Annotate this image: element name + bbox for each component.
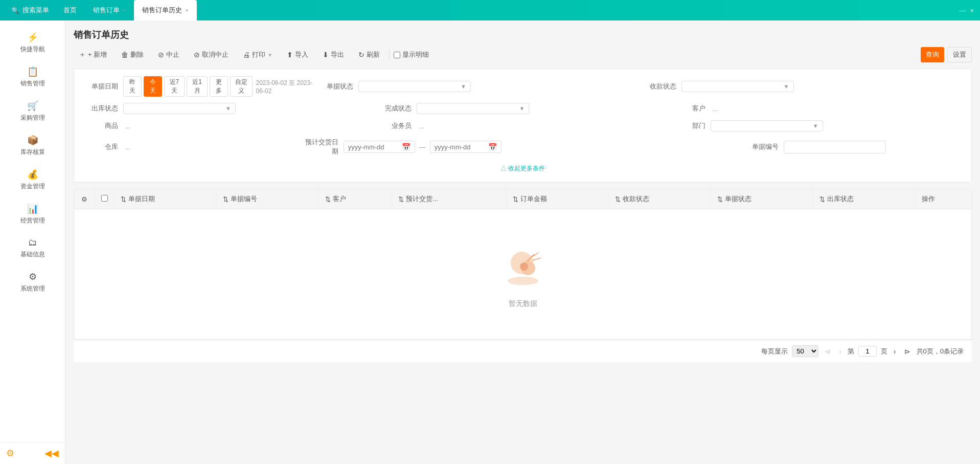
filter-row-1: 单据日期 昨天 今天 近7天 近1月 更多 自定义 2023-06-02 至 2… [82,76,963,97]
th-checkbox[interactable] [95,189,114,209]
window-minimize-button[interactable]: — [959,7,966,14]
export-button[interactable]: ⬇ 导出 [317,48,349,62]
warehouse-field[interactable]: ... [125,143,131,151]
page-suffix: 页 [881,347,887,356]
th-date[interactable]: ⇅ 单据日期 [114,189,216,209]
settings-icon[interactable]: ⚙ [6,448,14,459]
date-custom-btn[interactable]: 自定义 [230,76,253,97]
cancel-stop-icon: ⊘ [194,51,200,59]
receipt-status-select[interactable]: ▼ [681,81,794,92]
sidebar-item-purchase-mgmt[interactable]: 🛒 采购管理 [0,94,65,128]
tab-sales-order-history-close[interactable]: × [185,7,188,13]
delivery-date-start-input[interactable]: 📅 [344,141,415,153]
print-button[interactable]: 🖨 打印 ▼ [238,48,278,62]
base-info-icon: 🗂 [28,237,37,248]
delivery-date-end-calendar-icon[interactable]: 📅 [488,143,497,151]
select-all-checkbox[interactable] [101,195,108,202]
th-settings[interactable]: ⚙ [74,189,95,209]
toolbar: ＋ + 新增 🗑 删除 ⊘ 中止 ⊘ 取消中止 🖨 打印 ▼ ⬆ [74,47,972,62]
tab-sales-order-close[interactable]: × [123,7,126,13]
delete-button[interactable]: 🗑 删除 [116,48,149,62]
sidebar-item-sales-mgmt[interactable]: 📋 销售管理 [0,60,65,94]
export-icon: ⬇ [323,51,329,59]
warehouse-label: 仓库 [82,142,123,151]
system-mgmt-icon: ⚙ [29,271,37,282]
complete-status-select[interactable]: ▼ [417,103,529,114]
sidebar-item-label: 快捷导航 [20,45,45,54]
tab-sales-order-history[interactable]: 销售订单历史 × [134,0,196,20]
cancel-stop-button[interactable]: ⊘ 取消中止 [189,48,234,62]
search-menu-button[interactable]: 🔍 搜索菜单 [5,6,55,15]
complete-status-chevron: ▼ [519,105,525,112]
doc-no-input[interactable] [784,141,886,153]
collapse-filter-button[interactable]: △ 收起更多条件 [82,162,963,175]
complete-status-label: 完成状态 [376,104,417,113]
outbound-status-label: 出库状态 [82,104,123,113]
date-1month-btn[interactable]: 近1月 [187,76,208,97]
empty-illustration [497,240,549,291]
sidebar-item-label: 库存核算 [20,148,45,157]
sidebar-item-quick-nav[interactable]: ⚡ 快捷导航 [0,26,65,60]
stop-button[interactable]: ⊘ 中止 [153,48,185,62]
query-button[interactable]: 查询 [921,47,944,62]
doc-status-select[interactable]: ▼ [358,81,471,92]
new-button[interactable]: ＋ + 新增 [74,48,112,62]
goods-field[interactable]: ... [125,122,131,130]
top-bar-controls: — × [959,7,974,14]
sidebar-item-finance-mgmt[interactable]: 💰 资金管理 [0,163,65,197]
main-layout: ⚡ 快捷导航 📋 销售管理 🛒 采购管理 📦 库存核算 💰 资金管理 📊 经营管… [0,20,980,464]
delivery-date-end-field[interactable] [435,143,486,151]
salesperson-field[interactable]: ... [419,122,424,130]
outbound-status-select[interactable]: ▼ [123,103,236,114]
page-number-input[interactable] [858,346,877,357]
per-page-label: 每页显示 [761,347,788,356]
goods-label: 商品 [82,121,123,130]
sidebar-item-label: 销售管理 [20,79,45,88]
date-more-btn[interactable]: 更多 [210,76,228,97]
display-detail-checkbox[interactable]: 显示明细 [394,50,429,59]
display-detail-input[interactable] [394,52,400,58]
th-doc-no[interactable]: ⇅ 单据编号 [216,189,318,209]
dept-select[interactable]: ▼ [711,120,823,131]
sidebar-item-system-mgmt[interactable]: ⚙ 系统管理 [0,265,65,299]
th-receipt-status[interactable]: ⇅ 收款状态 [608,189,711,209]
per-page-select[interactable]: 50 10 20 100 [792,345,818,357]
inventory-calc-icon: 📦 [27,135,38,146]
date-yesterday-btn[interactable]: 昨天 [123,76,142,97]
customer-field[interactable]: ... [713,105,718,113]
last-page-button[interactable]: ⊳ [902,346,913,357]
new-icon: ＋ [79,50,86,59]
th-customer[interactable]: ⇅ 客户 [318,189,392,209]
tab-sales-order[interactable]: 销售订单 × [85,0,134,20]
table-settings-icon[interactable]: ⚙ [81,195,87,203]
th-delivery-date[interactable]: ⇅ 预计交货... [392,189,507,209]
sidebar-item-operations-mgmt[interactable]: 📊 经营管理 [0,197,65,231]
date-7days-btn[interactable]: 近7天 [164,76,185,97]
settings-filter-button[interactable]: 设置 [947,47,972,62]
svg-line-6 [532,258,541,260]
tab-home[interactable]: 首页 [55,0,85,20]
sidebar-item-inventory-calc[interactable]: 📦 库存核算 [0,128,65,163]
delivery-date-end-input[interactable]: 📅 [430,141,502,153]
delivery-date-start-field[interactable] [348,143,400,151]
prev-page-button[interactable]: ‹ [837,346,844,357]
refresh-button[interactable]: ↻ 刷新 [353,48,385,62]
print-icon: 🖨 [243,51,250,59]
delete-icon: 🗑 [121,51,128,59]
th-doc-status[interactable]: ⇅ 单据状态 [711,189,813,209]
th-order-amount[interactable]: ⇅ 订单金额 [506,189,608,209]
next-page-button[interactable]: › [892,346,898,357]
purchase-mgmt-icon: 🛒 [27,100,38,112]
first-page-button[interactable]: ⊲ [823,346,833,357]
finance-mgmt-icon: 💰 [27,169,38,180]
delivery-date-separator: — [419,143,426,151]
import-button[interactable]: ⬆ 导入 [282,48,313,62]
filter-row-4: 仓库 ... 预计交货日期 📅 — 📅 单据编号 [82,138,963,156]
sidebar-item-base-info[interactable]: 🗂 基础信息 [0,231,65,265]
th-outbound-status[interactable]: ⇅ 出库状态 [813,189,915,209]
delivery-date-start-calendar-icon[interactable]: 📅 [402,143,411,151]
svg-point-0 [508,277,538,285]
window-close-button[interactable]: × [970,7,974,14]
collapse-sidebar-icon[interactable]: ◀◀ [44,448,59,459]
date-today-btn[interactable]: 今天 [144,76,162,97]
